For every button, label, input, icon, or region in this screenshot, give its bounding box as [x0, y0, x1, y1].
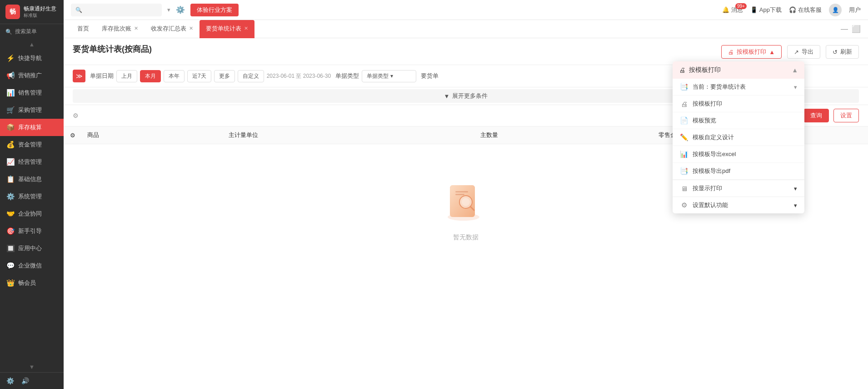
col-settings[interactable]: ⚙ [64, 126, 82, 144]
system-icon: ⚙️ [6, 192, 15, 201]
date-7days[interactable]: 近7天 [187, 70, 211, 82]
sidebar: 畅 畅康通好生意 标准版 🔍 搜索菜单 ▲ ⚡ 快捷导航 📢 营销推广 📊 销售… [0, 0, 64, 389]
tab-batch-account[interactable]: 库存批次账 ✕ [95, 20, 145, 38]
date-custom[interactable]: 自定义 [238, 70, 264, 82]
tab-home[interactable]: 首页 [71, 20, 95, 38]
display-print-section[interactable]: 🖥 按显示打印 ▾ [673, 180, 804, 197]
search-icon: 🔍 [5, 29, 12, 35]
date-this-month[interactable]: 本月 [140, 70, 161, 82]
app-icon: 📱 [750, 6, 758, 13]
date-last-month[interactable]: 上月 [116, 70, 137, 82]
date-this-year[interactable]: 本年 [164, 70, 185, 82]
template-pdf-item[interactable]: 📑 按模板导出pdf [673, 163, 804, 180]
print-dropdown-close[interactable]: ▲ [792, 66, 798, 74]
sidebar-scroll-down[interactable]: ▼ [0, 362, 64, 372]
empty-illustration [443, 178, 484, 224]
app-download-button[interactable]: 📱 App下载 [750, 6, 782, 14]
sidebar-item-purchase[interactable]: 🛒 采购管理 [0, 101, 64, 119]
date-more[interactable]: 更多 [214, 70, 235, 82]
sidebar-item-member[interactable]: 👑 畅会员 [0, 274, 64, 292]
default-settings-icon: ⚙ [680, 201, 688, 209]
guide-icon: 🎯 [6, 227, 15, 235]
refresh-button[interactable]: ↺ 刷新 [826, 45, 859, 59]
sidebar-item-basics[interactable]: 📋 基础信息 [0, 171, 64, 188]
quick-nav-icon: ⚡ [6, 54, 15, 62]
topbar-search[interactable]: 🔍 [71, 4, 162, 16]
user-avatar[interactable]: 👤 [829, 4, 842, 16]
template-preview-item[interactable]: 📄 模板预览 [673, 112, 804, 129]
operations-icon: 📈 [6, 158, 15, 166]
type-select[interactable]: 单据类型 ▾ [362, 70, 416, 82]
table-settings-button[interactable]: 设置 [833, 109, 859, 122]
sales-icon: 📊 [6, 89, 15, 97]
filter-expand-button[interactable]: ≫ [73, 70, 85, 82]
sidebar-item-apps[interactable]: 🔲 应用中心 [0, 240, 64, 257]
template-pdf-icon: 📑 [680, 167, 688, 175]
topbar-dropdown-icon[interactable]: ▾ [167, 6, 170, 13]
current-template-item[interactable]: 📑 当前：要货单统计表 ▾ [673, 79, 804, 96]
enterprise-icon: 🤝 [6, 210, 15, 218]
current-template-icon: 📑 [680, 83, 688, 91]
sidebar-item-guide[interactable]: 🎯 新手引导 [0, 222, 64, 240]
settings-col-icon[interactable]: ⚙ [73, 112, 79, 119]
apps-icon: 🔲 [6, 244, 15, 253]
tab-close-order[interactable]: ✕ [244, 25, 248, 31]
date-filter-label: 单据日期 [90, 72, 114, 80]
template-design-item[interactable]: ✏️ 模板自定义设计 [673, 129, 804, 146]
template-print-icon: 🖨 [680, 100, 688, 108]
sidebar-bottom: ⚙️ 🔊 [0, 372, 64, 389]
volume-icon[interactable]: 🔊 [21, 377, 29, 384]
order-filter-group: 要货单 [421, 72, 439, 80]
export-button[interactable]: ↗ 导出 [787, 45, 820, 59]
marketing-icon: 📢 [6, 71, 15, 80]
tab-receipt-summary[interactable]: 收发存汇总表 ✕ [145, 20, 200, 38]
query-button[interactable]: 查询 [803, 109, 829, 122]
default-settings-section[interactable]: ⚙ 设置默认功能 ▾ [673, 197, 804, 213]
industry-solution-button[interactable]: 体验行业方案 [190, 4, 239, 16]
print-template-button[interactable]: 🖨 按模板打印 ▲ [721, 45, 782, 59]
sidebar-scroll-up[interactable]: ▲ [0, 39, 64, 50]
sidebar-nav: ⚡ 快捷导航 📢 营销推广 📊 销售管理 🛒 采购管理 📦 库存核算 💰 资金管… [0, 50, 64, 362]
sidebar-item-marketing[interactable]: 📢 营销推广 [0, 67, 64, 84]
template-excel-icon: 📊 [680, 150, 688, 158]
user-name: 用户 [849, 6, 861, 14]
svg-rect-7 [455, 194, 464, 195]
tabs-bar: 首页 库存批次账 ✕ 收发存汇总表 ✕ 要货单统计表 ✕ — ⬜ [64, 20, 868, 38]
notice-button[interactable]: 🔔 消息 99+ [722, 6, 743, 14]
template-excel-item[interactable]: 📊 按模板导出excel [673, 146, 804, 163]
print-dropdown-arrow: ▲ [769, 49, 775, 56]
sidebar-item-quick-nav[interactable]: ⚡ 快捷导航 [0, 50, 64, 67]
topbar-right: 🔔 消息 99+ 📱 App下载 🎧 在线客服 👤 用户 [722, 4, 861, 16]
tabs-right: — ⬜ [841, 25, 861, 33]
settings-bottom-icon[interactable]: ⚙️ [6, 377, 14, 384]
topbar-gear-icon[interactable]: ⚙️ [176, 5, 185, 14]
sidebar-item-operations[interactable]: 📈 经营管理 [0, 153, 64, 171]
order-filter-label: 要货单 [421, 72, 439, 80]
expand-icon: ≫ [76, 72, 83, 80]
tab-close-batch[interactable]: ✕ [134, 25, 138, 31]
page-title: 要货单统计表(按商品) [73, 44, 152, 55]
col-product: 商品 [82, 126, 223, 144]
col-unit: 主计量单位 [223, 126, 475, 144]
print-dropdown: 🖨 按模板打印 ▲ 📑 当前：要货单统计表 ▾ 🖨 按模板打印 📄 模板预览 ✏… [673, 61, 804, 213]
notice-icon: 🔔 [722, 6, 729, 13]
sidebar-item-inventory[interactable]: 📦 库存核算 [0, 119, 64, 136]
sidebar-item-sales[interactable]: 📊 销售管理 [0, 84, 64, 101]
col-quantity: 主数量 [475, 126, 653, 144]
sidebar-item-wechat[interactable]: 💬 企业微信 [0, 257, 64, 274]
tab-close-receipt[interactable]: ✕ [189, 25, 193, 31]
print-dropdown-header[interactable]: 🖨 按模板打印 ▲ [673, 61, 804, 79]
tab-minimize-icon[interactable]: — [841, 25, 848, 33]
template-print-item[interactable]: 🖨 按模板打印 [673, 96, 804, 112]
sidebar-search[interactable]: 🔍 搜索菜单 [0, 24, 64, 39]
expand-more-icon: ▼ [444, 93, 450, 100]
sidebar-item-system[interactable]: ⚙️ 系统管理 [0, 188, 64, 205]
support-button[interactable]: 🎧 在线客服 [789, 6, 822, 14]
refresh-icon: ↺ [833, 49, 838, 56]
inventory-icon: 📦 [6, 123, 15, 131]
sidebar-item-enterprise[interactable]: 🤝 企业协同 [0, 205, 64, 222]
tab-order-stats[interactable]: 要货单统计表 ✕ [200, 20, 254, 38]
export-icon: ↗ [794, 49, 799, 56]
tab-maximize-icon[interactable]: ⬜ [852, 25, 861, 33]
sidebar-item-finance[interactable]: 💰 资金管理 [0, 136, 64, 153]
